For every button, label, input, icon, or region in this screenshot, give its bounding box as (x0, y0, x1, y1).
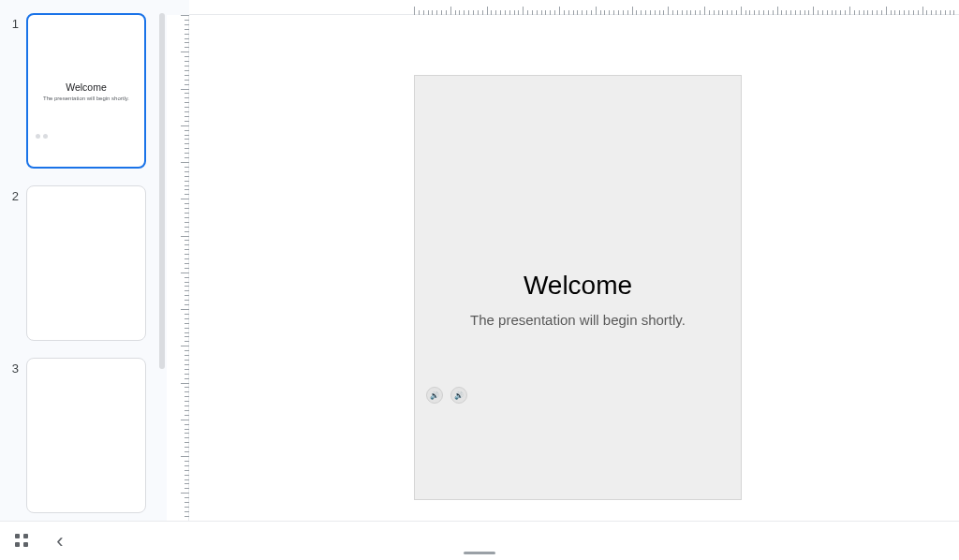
slide-thumbnail-1[interactable]: Welcome The presentation will begin shor… (26, 13, 146, 169)
speaker-notes-drag-handle[interactable] (464, 552, 495, 554)
horizontal-ruler-ticks (414, 0, 959, 15)
canvas-surface[interactable]: Welcome The presentation will begin shor… (189, 15, 959, 521)
audio-object-1[interactable]: 🔊 (426, 387, 443, 404)
grid-icon (15, 534, 30, 549)
canvas-area: Welcome The presentation will begin shor… (167, 0, 959, 521)
slide-thumb-row: 2 (0, 185, 167, 341)
slide-thumb-row: 1 Welcome The presentation will begin sh… (0, 13, 167, 169)
speaker-icon: 🔊 (454, 391, 464, 400)
speaker-icon (36, 134, 40, 139)
slide-number: 1 (0, 13, 26, 31)
app-root: 1 Welcome The presentation will begin sh… (0, 0, 959, 560)
main-area: 1 Welcome The presentation will begin sh… (0, 0, 959, 521)
slide-thumbnail-2[interactable] (26, 185, 146, 341)
slide-title-text[interactable]: Welcome (415, 271, 741, 301)
chevron-left-icon: ‹ (56, 531, 63, 552)
vertical-ruler-ticks (167, 15, 189, 521)
thumb-content (27, 186, 145, 340)
speaker-icon: 🔊 (430, 391, 439, 400)
thumb-content: Welcome The presentation will begin shor… (28, 15, 144, 167)
speaker-icon (43, 134, 48, 139)
audio-object-2[interactable]: 🔊 (450, 387, 467, 404)
audio-objects: 🔊 🔊 (426, 387, 467, 404)
collapse-filmstrip-button[interactable]: ‹ (51, 532, 69, 551)
slide-filmstrip[interactable]: 1 Welcome The presentation will begin sh… (0, 0, 167, 521)
slide-number: 2 (0, 185, 26, 203)
filmstrip-scrollbar[interactable] (159, 13, 165, 369)
thumb-audio-icons (36, 134, 48, 139)
slide-number: 3 (0, 358, 26, 376)
bottom-bar-left: ‹ (13, 532, 69, 551)
thumb-content (27, 359, 145, 512)
horizontal-ruler[interactable] (189, 0, 959, 15)
grid-view-button[interactable] (13, 532, 32, 551)
slide-thumb-row: 3 (0, 358, 167, 513)
thumb-subtitle: The presentation will begin shortly. (43, 96, 129, 101)
bottom-bar: ‹ (0, 521, 959, 560)
vertical-ruler[interactable] (167, 15, 189, 521)
slide-page[interactable]: Welcome The presentation will begin shor… (414, 75, 742, 500)
slide-thumbnail-3[interactable] (26, 358, 146, 513)
thumb-title: Welcome (66, 81, 107, 93)
slide-subtitle-text[interactable]: The presentation will begin shortly. (415, 312, 741, 328)
